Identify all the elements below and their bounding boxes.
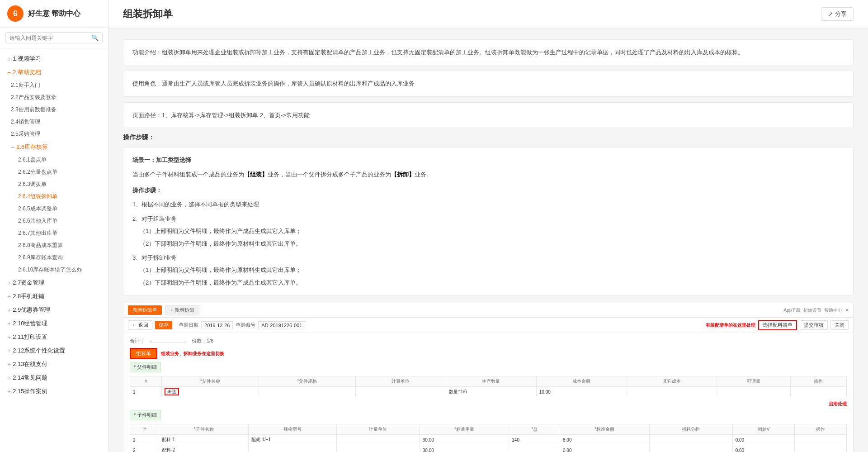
sidebar-item-cases[interactable]: + 2.15操作案例 bbox=[0, 385, 108, 398]
sidebar-item-cost-adjust[interactable]: 2.6.5成本调整单 bbox=[0, 203, 108, 215]
sidebar-item-label: 2.14常见问题 bbox=[13, 374, 47, 382]
mock-type-selector-row: 组装单 组装业务、拆卸业务在这里切换 bbox=[130, 348, 847, 359]
sidebar-item-label: 2.3使用前数据准备 bbox=[11, 106, 57, 113]
step3: 3、对于拆卸业务 bbox=[132, 252, 844, 263]
sidebar-item-label: 2.6.9库存账本查询 bbox=[18, 254, 63, 261]
disassembly-label: 【拆卸】 bbox=[391, 171, 415, 178]
sidebar-item-ledger-fix[interactable]: 2.6.10库存账本错了怎么办 bbox=[0, 264, 108, 276]
sidebar-item-beginner[interactable]: 2.1新手入门 bbox=[0, 79, 108, 91]
sidebar-item-label: 2.6库存核算 bbox=[16, 143, 48, 151]
mock-tab-new[interactable]: + 新增拆卸 bbox=[165, 305, 199, 315]
scenario-desc-text: 当由多个子件材料组装成一个成品的业务为 bbox=[132, 171, 244, 178]
sidebar-item-sales[interactable]: 2.4销售管理 bbox=[0, 116, 108, 128]
sidebar-item-print[interactable]: + 2.11打印设置 bbox=[0, 330, 108, 344]
logo-icon: 6 bbox=[7, 5, 24, 22]
save-label: 保存 bbox=[159, 322, 169, 328]
sidebar-item-label: 2.帮助文档 bbox=[13, 68, 41, 76]
mock-btn-close[interactable]: 关闭 bbox=[830, 320, 849, 330]
sidebar-item-label: 2.10经营管理 bbox=[13, 319, 47, 328]
role-card: 使用角色：通常由生产人员或库管人员完成拆装业务的操作，库管人员确认原材料的出库和… bbox=[123, 71, 854, 96]
sidebar-item-faq[interactable]: + 2.14常见问题 bbox=[0, 371, 108, 385]
sidebar-item-operations[interactable]: + 2.10经营管理 bbox=[0, 317, 108, 330]
sidebar-item-inventory[interactable]: − 2.6库存核算 bbox=[0, 140, 108, 154]
mock-tab-label: 新增拆卸单 bbox=[132, 307, 157, 313]
mock-upper-table-label: * 父件明细 bbox=[130, 362, 847, 372]
sidebar-item-label: 2.6.1盘点单 bbox=[18, 157, 47, 163]
mock-app: 新增拆卸单 + 新增拆卸 App下载 初始设置 帮助中心 × bbox=[123, 303, 853, 452]
intro-card: 功能介绍：组装拆卸单用来处理企业组装或拆卸等加工业务，支持有固定装配清单的产品加… bbox=[123, 39, 854, 65]
sidebar-item-transfer[interactable]: 2.6.3调拨单 bbox=[0, 178, 108, 190]
assembly-label: 【组装】 bbox=[244, 171, 268, 178]
search-input[interactable] bbox=[9, 35, 90, 41]
mock-lower-table-label: * 子件明细 bbox=[130, 410, 847, 420]
scenario-desc: 当由多个子件材料组装成一个成品的业务为【组装】业务，当由一个父件拆分成多个子产品… bbox=[132, 169, 844, 180]
role-text: 使用角色：通常由生产人员或库管人员完成拆装业务的操作，库管人员确认原材料的出库和… bbox=[132, 80, 415, 87]
table-row: 1 配料 1 配规-1/+1 30.00 140 8.00 0.00 bbox=[130, 435, 847, 445]
share-button[interactable]: ↗ 分享 bbox=[821, 7, 854, 21]
mock-tab-assembly[interactable]: 新增拆卸单 bbox=[128, 305, 162, 315]
mock-btn-bill-of-materials[interactable]: 选择配料清单 bbox=[758, 320, 797, 330]
scenario-title: 场景一：加工类型选择 bbox=[132, 155, 844, 165]
sidebar-item-label: 2.6.5成本调整单 bbox=[18, 205, 57, 212]
sidebar-item-label: 2.6.8商品成本重算 bbox=[18, 242, 63, 248]
mock-titlebar: 新增拆卸单 + 新增拆卸 App下载 初始设置 帮助中心 × bbox=[123, 303, 853, 318]
sidebar-item-label: 2.6.6其他入库单 bbox=[18, 218, 57, 224]
collapse-icon: − bbox=[11, 143, 14, 151]
main-content: 功能介绍：组装拆卸单用来处理企业组装或拆卸等加工业务，支持有固定装配清单的产品加… bbox=[108, 29, 868, 452]
sidebar-item-stocktake[interactable]: 2.6.1盘点单 bbox=[0, 154, 108, 166]
sidebar-item-cost-recalc[interactable]: 2.6.8商品成本重算 bbox=[0, 239, 108, 252]
expand-icon: + bbox=[7, 320, 11, 327]
sidebar-item-inventory-ledger[interactable]: 2.6.9库存账本查询 bbox=[0, 252, 108, 264]
search-box: 🔍 bbox=[0, 28, 108, 48]
scenario-desc-text2: 业务，当由一个父件拆分成多个子产品的业务为 bbox=[268, 171, 391, 178]
expand-icon: + bbox=[7, 361, 11, 368]
sidebar-item-label: 1.视频学习 bbox=[13, 55, 41, 63]
sidebar-item-other-outbound[interactable]: 2.6.7其他出库单 bbox=[0, 227, 108, 239]
sidebar-item-coupon[interactable]: + 2.9优惠券管理 bbox=[0, 303, 108, 317]
mock-field-no[interactable]: AD-20191226-001 bbox=[258, 321, 305, 329]
mock-field-date[interactable]: 2019-12-26 bbox=[201, 321, 233, 329]
sidebar-item-online-pay[interactable]: + 2.13在线支付 bbox=[0, 357, 108, 371]
mock-annotation-area: 有装配清单的在这里处理 选择配料清单 提交审核 关闭 bbox=[308, 320, 849, 330]
expand-icon: + bbox=[7, 374, 11, 381]
step2: 2、对于组装业务 bbox=[132, 214, 844, 224]
mock-field-sum[interactable] bbox=[150, 340, 186, 343]
sidebar-item-label: 2.13在线支付 bbox=[13, 360, 47, 368]
table-row: 2 配料 2 30.00 0.00 0.00 bbox=[130, 445, 847, 452]
sidebar-item-label: 2.1新手入门 bbox=[11, 82, 40, 88]
sidebar-item-label: 2.8手机旺铺 bbox=[13, 292, 44, 300]
sidebar-item-data-prep[interactable]: 2.3使用前数据准备 bbox=[0, 104, 108, 116]
sidebar-header: 6 好生意 帮助中心 bbox=[0, 0, 108, 28]
sidebar-item-video-learning[interactable]: + 1.视频学习 bbox=[0, 52, 108, 66]
sidebar-item-other-inbound[interactable]: 2.6.6其他入库单 bbox=[0, 215, 108, 227]
sidebar-item-mobile[interactable]: + 2.8手机旺铺 bbox=[0, 290, 108, 303]
scenario-card: 场景一：加工类型选择 当由多个子件材料组装成一个成品的业务为【组装】业务，当由一… bbox=[123, 147, 854, 295]
sidebar-item-assembly[interactable]: 2.6.4组装拆卸单 bbox=[0, 190, 108, 203]
sidebar-item-personalize[interactable]: + 2.12系统个性化设置 bbox=[0, 344, 108, 357]
mock-field-date-label: 单据日期 bbox=[179, 322, 198, 328]
expand-icon: + bbox=[7, 388, 11, 395]
sidebar-item-install[interactable]: 2.2产品安装及登录 bbox=[0, 91, 108, 104]
mock-btn-back[interactable]: ← 返回 bbox=[128, 320, 152, 330]
ops-title: 操作步骤： bbox=[123, 133, 854, 142]
mock-upper-table: # *父件名称 *父件规格 计量单位 生产数量 成本金额 其它成本 可调量 操作 bbox=[130, 376, 847, 397]
expand-icon: + bbox=[7, 347, 11, 354]
mock-annotation3-area: 启用处理 bbox=[130, 401, 847, 407]
sidebar-item-label: 2.2产品安装及登录 bbox=[11, 94, 57, 100]
main-area: 组装拆卸单 ↗ 分享 功能介绍：组装拆卸单用来处理企业组装或拆卸等加工业务，支持… bbox=[108, 0, 868, 452]
sidebar-item-help-docs[interactable]: − 2.帮助文档 bbox=[0, 66, 108, 79]
expand-icon: + bbox=[7, 306, 11, 314]
sidebar-item-purchase[interactable]: 2.5采购管理 bbox=[0, 128, 108, 140]
mock-btn-save[interactable]: 保存 bbox=[155, 321, 172, 329]
intro-text: 功能介绍：组装拆卸单用来处理企业组装或拆卸等加工业务，支持有固定装配清单的产品加… bbox=[132, 49, 744, 56]
table-row: 1 未选 数量=1/6 10.00 bbox=[130, 387, 847, 397]
mock-lower-table-title: * 子件明细 bbox=[130, 410, 161, 420]
mock-btn-submit[interactable]: 提交审核 bbox=[800, 320, 828, 330]
page-title: 组装拆卸单 bbox=[123, 7, 173, 21]
search-icon[interactable]: 🔍 bbox=[91, 34, 99, 41]
mock-type-toggle[interactable]: 组装单 bbox=[130, 348, 157, 359]
sidebar-item-finance[interactable]: + 2.7资金管理 bbox=[0, 276, 108, 290]
nav-sub-group-inventory: 2.6.1盘点单 2.6.2分量盘点单 2.6.3调拨单 2.6.4组装拆卸单 … bbox=[0, 154, 108, 276]
sidebar-item-partial-stocktake[interactable]: 2.6.2分量盘点单 bbox=[0, 166, 108, 178]
nav-sub-group-help: 2.1新手入门 2.2产品安装及登录 2.3使用前数据准备 2.4销售管理 2.… bbox=[0, 79, 108, 398]
